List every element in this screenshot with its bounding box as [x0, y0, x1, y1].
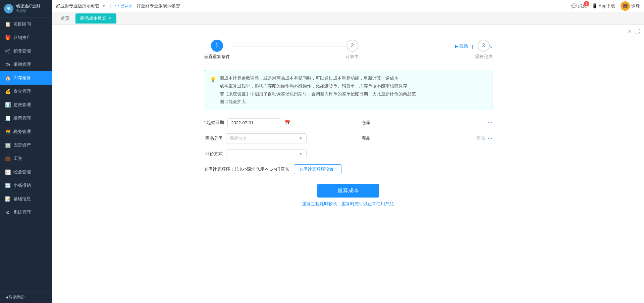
sidebar-item-invoice[interactable]: 🧾 发票管理 [0, 112, 52, 125]
sidebar-item-tax[interactable]: 🧮 税务管理 [0, 125, 52, 138]
content-controls: ✕ ⛶ [628, 28, 640, 35]
sidebar-logo: 畅 畅捷通好业财 专业版 [0, 0, 52, 17]
step-2: 2 计算中 [346, 40, 359, 60]
category-dropdown-icon: ▼ [299, 136, 303, 141]
sidebar-label-marketing: 营销推广 [13, 35, 31, 41]
category-placeholder: 商品分类 [230, 135, 247, 141]
header-account-name: 好业财专业版演示帐套 [137, 3, 180, 9]
form-row-2: 商品分类 商品分类 ▼ 商品 商品 ··· [204, 133, 492, 143]
message-badge: 1 [584, 1, 589, 6]
close-window-icon[interactable]: ✕ [628, 28, 632, 35]
product-select-btn[interactable]: ··· [488, 135, 492, 141]
category-label: 商品分类 [204, 135, 223, 141]
sidebar-item-expense[interactable]: 🔄 小畅报销 [0, 179, 52, 192]
tab-close-icon[interactable]: ✕ [108, 16, 112, 21]
sidebar-label-assets: 固定资产 [13, 142, 31, 148]
product-label: 商品 [352, 135, 370, 141]
step-3-circle: 3 [478, 40, 490, 52]
sidebar-item-sales[interactable]: 🛒 销售管理 [0, 44, 52, 58]
expense-icon: 🔄 [5, 183, 11, 188]
sidebar-label-salary: 工资 [13, 156, 22, 162]
recalc-btn-label: 重算成本 [337, 187, 359, 193]
calendar-icon[interactable]: 📅 [284, 120, 291, 126]
recalc-note: 重算过程耗时较长，重算时您可以正常使用产品 [204, 201, 492, 207]
sidebar-nav: 📋 项目顾问 🎁 营销推广 🛒 销售管理 🛍 采购管理 🏠 库存核算 💰 资金管… [0, 17, 52, 292]
sales-icon: 🛒 [5, 48, 11, 54]
info-lamp-icon: 💡 [210, 75, 216, 106]
sidebar-unpin-button[interactable]: ◄取消固定 [0, 292, 52, 303]
sidebar-label-basic: 基础信息 [13, 196, 31, 202]
salary-icon: 💼 [5, 156, 11, 161]
form-area: 起始日期 📅 仓库 ··· 商品分类 商品分类 ▼ [204, 118, 492, 207]
sidebar-label-invoice: 发票管理 [13, 115, 31, 121]
pricing-select[interactable]: ▼ [226, 149, 307, 158]
sidebar-item-assets[interactable]: 🏢 固定资产 [0, 138, 52, 152]
logo-icon: 畅 [4, 4, 13, 13]
message-icon: 💬 [571, 3, 577, 8]
logo-edition: 专业版 [16, 9, 40, 13]
info-text: 因成本计算参数调整，或是对商品成本有疑问时，可以通过成本重算功能，重新计算一遍成… [220, 74, 416, 106]
message-button[interactable]: 💬 消息 1 [571, 3, 587, 9]
app-download-button[interactable]: 📱 App下载 [592, 3, 615, 9]
sidebar-item-system[interactable]: ⚙ 系统管理 [0, 206, 52, 219]
start-date-input[interactable] [227, 118, 281, 127]
video-label: 视频 [459, 43, 468, 49]
sidebar-label-project: 项目顾问 [13, 21, 31, 27]
verified-text: 已认证 [120, 3, 132, 9]
unpin-label: ◄取消固定 [5, 295, 25, 300]
recalc-button[interactable]: 重算成本 [317, 184, 379, 198]
step-line-1 [230, 46, 346, 46]
tab-bar: 首页 商品成本重算 ✕ [52, 12, 644, 25]
assets-icon: 🏢 [5, 142, 11, 148]
sidebar-item-inventory[interactable]: 🏠 库存核算 [0, 71, 52, 85]
step-1-label: 设置重算条件 [204, 54, 230, 60]
category-select[interactable]: 商品分类 ▼ [226, 133, 307, 143]
sidebar-item-salary[interactable]: 💼 工资 [0, 152, 52, 165]
sidebar-item-capital[interactable]: 💰 资金管理 [0, 85, 52, 98]
user-avatar[interactable]: 🐻 珠珠 [621, 1, 640, 11]
pricing-group: 计价方式 ▼ [204, 149, 345, 158]
warehouse-group: 仓库 ··· [352, 120, 492, 126]
expand-icon[interactable]: ⛶ [635, 29, 640, 35]
account-selector[interactable]: 好业财专业版演示帐套 ▼ [56, 3, 106, 9]
sidebar-label-purchase: 采购管理 [13, 61, 31, 68]
start-date-label: 起始日期 [204, 120, 224, 126]
warehouse-label: 仓库 [352, 120, 370, 126]
calc-order-settings-button[interactable]: 仓库计算顺序设置 › [294, 164, 341, 174]
tab-cost-recalc[interactable]: 商品成本重算 ✕ [75, 13, 116, 24]
dropdown-chevron-icon: ▼ [102, 3, 106, 8]
start-date-group: 起始日期 📅 [204, 118, 345, 127]
main-area: 好业财专业版演示帐套 ▼ | 🛡 已认证 好业财专业版演示帐套 💬 消息 1 📱… [52, 0, 644, 303]
sidebar-item-marketing[interactable]: 🎁 营销推广 [0, 31, 52, 44]
tab-home[interactable]: 首页 [56, 13, 74, 24]
info-line-2: 成本重算过程中，影响库存账的操作均不能操作，比如进货单、销货单、库存单据不能审核… [220, 82, 416, 90]
sidebar-item-operations[interactable]: 📈 经营管理 [0, 165, 52, 179]
sidebar-item-project[interactable]: 📋 项目顾问 [0, 17, 52, 31]
warehouse-select-btn[interactable]: ··· [488, 120, 492, 126]
product-placeholder: 商品 [476, 135, 485, 141]
product-group: 商品 商品 ··· [352, 135, 492, 141]
tab-home-label: 首页 [61, 16, 69, 21]
info-box: 💡 因成本计算参数调整，或是对商品成本有疑问时，可以通过成本重算功能，重新计算一… [204, 70, 492, 110]
app-download-label: App下载 [599, 3, 615, 9]
recalc-section: 重算成本 重算过程耗时较长，重算时您可以正常使用产品 [204, 184, 492, 207]
marketing-icon: 🎁 [5, 35, 11, 40]
info-line-4: 围可能会扩大 [220, 98, 416, 105]
step-1-circle: 1 [211, 40, 223, 52]
step-2-label: 计算中 [346, 54, 359, 60]
content-area: ✕ ⛶ 1 设置重算条件 2 计算中 [52, 25, 644, 303]
sidebar-label-sales: 销售管理 [13, 48, 31, 54]
header-right: 💬 消息 1 📱 App下载 🐻 珠珠 [571, 1, 640, 11]
mobile-icon: 📱 [592, 3, 597, 8]
video-link[interactable]: ▶ 视频 [455, 43, 468, 49]
sidebar-item-purchase[interactable]: 🛍 采购管理 [0, 58, 52, 71]
step-3-label: 重算完成 [475, 54, 492, 60]
form-row-1: 起始日期 📅 仓库 ··· [204, 118, 492, 127]
step-3: 3 重算完成 [475, 40, 492, 60]
shield-icon: 🛡 [115, 4, 119, 8]
sidebar-item-basic[interactable]: 📝 基础信息 [0, 192, 52, 206]
header-divider: | [110, 3, 111, 8]
sidebar-label-operations: 经营管理 [13, 169, 31, 175]
sidebar-item-accounting[interactable]: 📊 总账管理 [0, 98, 52, 112]
info-line-1: 因成本计算参数调整，或是对商品成本有疑问时，可以通过成本重算功能，重新计算一遍成… [220, 74, 416, 82]
